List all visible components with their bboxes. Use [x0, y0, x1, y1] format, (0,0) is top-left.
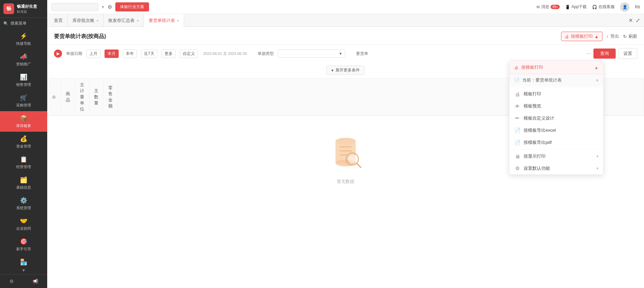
sidebar-item-marketing[interactable]: 📣 营销推广	[0, 50, 47, 70]
template-print-dropdown: 🖨 按模板打印 ▲ 📄 当前：要货单统计表 ▾ 🖨 模板打印 👁 模	[509, 61, 604, 175]
page-title: 要货单统计表(按商品)	[54, 33, 106, 40]
user-avatar[interactable]: 👤	[620, 2, 630, 12]
sidebar-item-sales[interactable]: 📊 销售管理	[0, 70, 47, 91]
refresh-btn[interactable]: ↻ 刷新	[623, 33, 637, 39]
sidebar-scroll-down[interactable]: ▼	[0, 266, 47, 274]
date-btn-custom[interactable]: 自定义	[180, 50, 198, 58]
page-content: 要货单统计表(按商品) 🖨 按模板打印 ▲ ↑ 导出 ↻ 刷新	[47, 27, 644, 288]
dropdown-item-template-excel[interactable]: 📄 按模板导出excel	[509, 124, 603, 136]
topbar-gear-icon[interactable]: ⚙	[108, 4, 112, 10]
export-btn[interactable]: ↑ 导出	[607, 33, 619, 39]
settings-footer-icon[interactable]: ⚙	[8, 277, 15, 285]
table-col-goods: 商品	[61, 78, 75, 116]
goods-filter-label: 要货单	[356, 51, 368, 57]
date-btn-last-month[interactable]: 上月	[86, 50, 100, 58]
user-name: Rit	[635, 5, 640, 9]
date-btn-7days[interactable]: 近7天	[141, 50, 157, 58]
sidebar-item-appstore[interactable]: 🏪 应用中心	[0, 255, 47, 266]
tab-inventory-batch[interactable]: 库存批次账 ×	[68, 14, 104, 27]
search-icon: 🔍	[3, 21, 8, 26]
filter-collapse-btn[interactable]: ▶	[54, 50, 62, 58]
topbar-search-input[interactable]	[51, 3, 98, 11]
table-settings-icon[interactable]: ⚙	[52, 95, 56, 100]
sidebar-item-inventory[interactable]: 📦 库存核算	[0, 111, 47, 132]
tab-receipt-summary[interactable]: 收发存汇总表 ×	[104, 14, 144, 27]
page-header: 要货单统计表(按商品) 🖨 按模板打印 ▲ ↑ 导出 ↻ 刷新	[47, 27, 644, 45]
refresh-icon: ↻	[623, 34, 627, 39]
sidebar-nav: ⚡ 快捷导航 📣 营销推广 📊 销售管理 🛒 采购管理 📦 库存核算 💰 资金管…	[0, 29, 47, 266]
dropdown-printer-icon: 🖨	[514, 65, 519, 70]
empty-text: 暂无数据	[337, 179, 354, 185]
date-btn-more[interactable]: 更多	[162, 50, 176, 58]
template-preview-icon: 👁	[514, 103, 520, 109]
guide-icon: 🎯	[20, 238, 27, 245]
dropdown-current-item: 📄 当前：要货单统计表 ▾	[509, 74, 603, 86]
sidebar-footer: ⚙ 📢	[0, 274, 47, 288]
sidebar-item-collab[interactable]: 🤝 企业协同	[0, 214, 47, 234]
table-col-qty: 主数量	[89, 78, 104, 116]
dropdown-item-template-pdf[interactable]: 📄 按模板导出pdf	[509, 136, 603, 149]
maximize-window-btn[interactable]: ⤢	[636, 17, 640, 24]
date-range-display: 2023-06-01 至 2023-06-30	[203, 51, 247, 56]
app-download-btn[interactable]: 📱 App下载	[565, 4, 587, 10]
order-type-label: 单据类型	[258, 51, 274, 57]
logo-icon: 畅	[3, 3, 14, 14]
sidebar-item-purchase[interactable]: 🛒 采购管理	[0, 91, 47, 111]
tab-close-inventory-batch[interactable]: ×	[96, 19, 98, 23]
online-service-btn[interactable]: 🎧 在线客服	[592, 4, 615, 10]
dropdown-item-template-print[interactable]: 🖨 模板打印	[509, 88, 603, 100]
main-content: ▾ ⚙ 体验行业方案 ✉ 消息 99+ 📱 App下载 🎧 在线客服 👤 Rit…	[47, 0, 644, 288]
tab-close-order-summary[interactable]: ×	[177, 19, 179, 23]
system-icon: ⚙️	[20, 197, 27, 204]
query-btn[interactable]: 查询	[593, 49, 616, 59]
dropdown-item-default-func[interactable]: ⚙ 设置默认功能 ▾	[509, 162, 603, 174]
dropdown-item-template-preview[interactable]: 👁 模板预览	[509, 100, 603, 112]
template-print-item-icon: 🖨	[514, 91, 520, 97]
close-window-btn[interactable]: ✕	[628, 17, 633, 24]
sidebar-search[interactable]: 🔍 搜索菜单	[0, 18, 47, 29]
tab-home[interactable]: 首页	[47, 14, 68, 27]
tab-bar: 首页 库存批次账 × 收发存汇总表 × 要货单统计表 × ✕ ⤢	[47, 14, 644, 27]
divider-2	[509, 149, 603, 150]
message-badge: 99+	[551, 5, 560, 9]
sidebar-logo: 畅 畅通好生意 标准版	[0, 0, 47, 18]
dropdown-item-template-custom[interactable]: ✏ 模板自定义设计	[509, 112, 603, 124]
topbar-actions: ✉ 消息 99+ 📱 App下载 🎧 在线客服 👤 Rit	[536, 2, 640, 12]
appstore-icon: 🏪	[20, 258, 27, 266]
topbar-chevron-icon[interactable]: ▾	[102, 4, 104, 9]
date-btn-this-month[interactable]: 本月	[105, 50, 119, 58]
date-btn-this-year[interactable]: 本年	[123, 50, 137, 58]
purchase-icon: 🛒	[20, 94, 27, 101]
svg-line-8	[357, 163, 361, 167]
sidebar-item-basic[interactable]: 🗂️ 基础信息	[0, 173, 47, 193]
sidebar-item-quicknav[interactable]: ⚡ 快捷导航	[0, 29, 47, 50]
marketing-icon: 📣	[20, 53, 27, 60]
order-type-select[interactable]: ▾	[278, 50, 345, 58]
sidebar-item-operation[interactable]: 📋 经营管理	[0, 152, 47, 173]
display-print-arrow-icon: ▾	[596, 154, 598, 159]
chevron-down-icon-current[interactable]: ▾	[596, 78, 598, 83]
printer-icon: 🖨	[565, 34, 569, 39]
sidebar-item-finance[interactable]: 💰 资金管理	[0, 132, 47, 152]
sidebar-item-system[interactable]: ⚙️ 系统管理	[0, 193, 47, 214]
filter-row-1: ▶ 单据日期 上月 本月 本年 近7天 更多 自定义 2023-06-01 至 …	[54, 48, 637, 59]
experience-btn[interactable]: 体验行业方案	[115, 2, 149, 11]
tab-order-summary[interactable]: 要货单统计表 ×	[144, 14, 184, 27]
svg-point-7	[348, 155, 356, 163]
expand-conditions-btn[interactable]: ▾ 展开更多条件	[326, 66, 365, 75]
empty-illustration	[325, 136, 366, 173]
speaker-footer-icon[interactable]: 📢	[31, 277, 39, 285]
sidebar-item-guide[interactable]: 🎯 新手引导	[0, 234, 47, 255]
current-indicator-icon: 📄	[514, 78, 520, 83]
template-pdf-icon: 📄	[514, 139, 520, 146]
topbar: ▾ ⚙ 体验行业方案 ✉ 消息 99+ 📱 App下载 🎧 在线客服 👤 Rit	[47, 0, 644, 14]
filter-settings-btn[interactable]: 设置	[618, 48, 637, 59]
more-options-btn[interactable]: ···	[586, 51, 591, 57]
tab-close-receipt-summary[interactable]: ×	[137, 19, 139, 23]
dropdown-chevron-up-icon[interactable]: ▲	[594, 65, 598, 70]
template-print-btn[interactable]: 🖨 按模板打印 ▲	[561, 32, 603, 41]
table-col-settings[interactable]: ⚙	[47, 78, 61, 116]
dropdown-item-display-print[interactable]: 🖥 按显示打印 ▾	[509, 150, 603, 162]
inventory-icon: 📦	[20, 115, 27, 122]
message-btn[interactable]: ✉ 消息 99+	[536, 4, 560, 10]
